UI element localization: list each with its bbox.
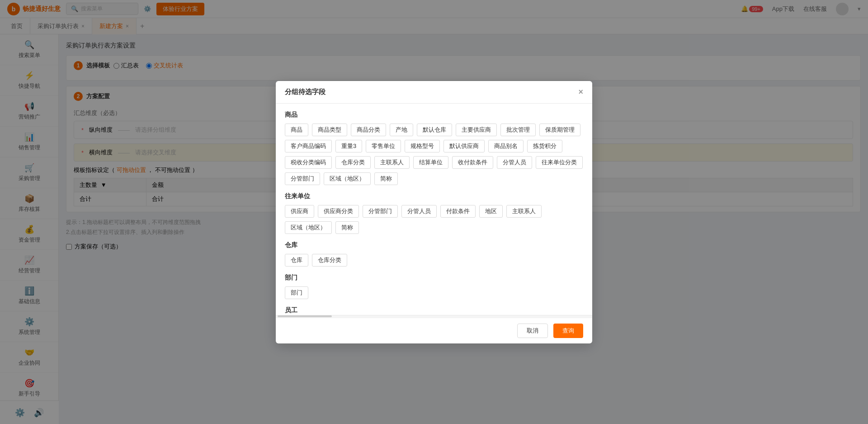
product-fields-grid: 商品 商品类型 商品分类 产地 默认仓库 主要供应商 批次管理 保质期管理 客户… (285, 124, 583, 185)
field-region-counter2[interactable]: 区域（地区） (285, 221, 332, 234)
field-payment-cond[interactable]: 付款条件 (440, 205, 476, 218)
field-payment-terms[interactable]: 收付款条件 (452, 156, 493, 169)
field-default-warehouse[interactable]: 默认仓库 (417, 124, 452, 136)
field-customer-code[interactable]: 客户商品编码 (285, 140, 332, 152)
field-dept[interactable]: 部门 (285, 286, 308, 299)
product-group-title: 商品 (285, 111, 583, 119)
field-product-type[interactable]: 商品类型 (312, 124, 347, 136)
staff-group-title: 员工 (285, 306, 583, 314)
counterpart-fields-grid: 供应商 供应商分类 分管部门 分管人员 付款条件 地区 主联系人 区域（地区） … (285, 205, 583, 234)
hscroll-thumb[interactable] (278, 315, 332, 317)
dept-group-title: 部门 (285, 274, 583, 282)
field-product-alias[interactable]: 商品别名 (488, 140, 524, 152)
field-admin-dept[interactable]: 分管部门 (285, 172, 320, 185)
modal-close-btn[interactable]: × (578, 87, 583, 97)
field-admin-staff2[interactable]: 分管人员 (401, 205, 437, 218)
field-batch-manage[interactable]: 批次管理 (500, 124, 536, 136)
field-retail-unit[interactable]: 零售单位 (366, 140, 401, 152)
field-default-supplier[interactable]: 默认供应商 (443, 140, 485, 152)
field-tax-code[interactable]: 税收分类编码 (285, 156, 332, 169)
field-group-warehouse: 仓库 仓库 仓库分类 (285, 241, 583, 267)
field-abbr-product[interactable]: 简称 (374, 172, 398, 185)
modal-footer: 取消 查询 (276, 318, 592, 343)
confirm-button[interactable]: 查询 (553, 324, 583, 338)
field-spec-model[interactable]: 规格型号 (405, 140, 440, 152)
cancel-button[interactable]: 取消 (517, 324, 548, 338)
field-product-category[interactable]: 商品分类 (351, 124, 386, 136)
field-shelf-life[interactable]: 保质期管理 (539, 124, 580, 136)
field-settle-unit[interactable]: 结算单位 (413, 156, 448, 169)
dept-fields-grid: 部门 (285, 286, 583, 299)
field-origin[interactable]: 产地 (390, 124, 413, 136)
warehouse-fields-grid: 仓库 仓库分类 (285, 254, 583, 267)
warehouse-group-title: 仓库 (285, 241, 583, 249)
field-region-product[interactable]: 区域（地区） (324, 172, 371, 185)
field-group-dept: 部门 部门 (285, 274, 583, 299)
field-group-product: 商品 商品 商品类型 商品分类 产地 默认仓库 主要供应商 批次管理 保质期管理… (285, 111, 583, 185)
field-admin-staff[interactable]: 分管人员 (497, 156, 532, 169)
field-warehouse-category[interactable]: 仓库分类 (335, 156, 371, 169)
field-warehouse-cat[interactable]: 仓库分类 (312, 254, 347, 267)
field-main-contact[interactable]: 主联系人 (374, 156, 410, 169)
field-supplier-category[interactable]: 供应商分类 (318, 205, 359, 218)
modal-header: 分组待选字段 × (276, 81, 592, 104)
modal-body: 商品 商品 商品类型 商品分类 产地 默认仓库 主要供应商 批次管理 保质期管理… (276, 104, 592, 315)
counterpart-group-title: 往来单位 (285, 192, 583, 200)
field-region-counter[interactable]: 地区 (479, 205, 503, 218)
field-group-counterpart: 往来单位 供应商 供应商分类 分管部门 分管人员 付款条件 地区 主联系人 区域… (285, 192, 583, 234)
field-group-staff: 员工 业务员 (285, 306, 583, 315)
field-warehouse[interactable]: 仓库 (285, 254, 308, 267)
field-abbr-counter[interactable]: 简称 (335, 221, 359, 234)
field-supplier[interactable]: 供应商 (285, 205, 314, 218)
field-product[interactable]: 商品 (285, 124, 308, 136)
field-main-contact2[interactable]: 主联系人 (506, 205, 542, 218)
modal-title: 分组待选字段 (285, 88, 326, 96)
field-main-supplier[interactable]: 主要供应商 (456, 124, 497, 136)
field-pick-points[interactable]: 拣货积分 (527, 140, 562, 152)
field-admin-dept2[interactable]: 分管部门 (363, 205, 398, 218)
field-weight3[interactable]: 重量3 (335, 140, 362, 152)
field-counterpart-category[interactable]: 往来单位分类 (536, 156, 583, 169)
modal: 分组待选字段 × 商品 商品 商品类型 商品分类 产地 默认仓库 主要供应商 批… (276, 81, 592, 343)
overlay: 分组待选字段 × 商品 商品 商品类型 商品分类 产地 默认仓库 主要供应商 批… (0, 0, 868, 424)
